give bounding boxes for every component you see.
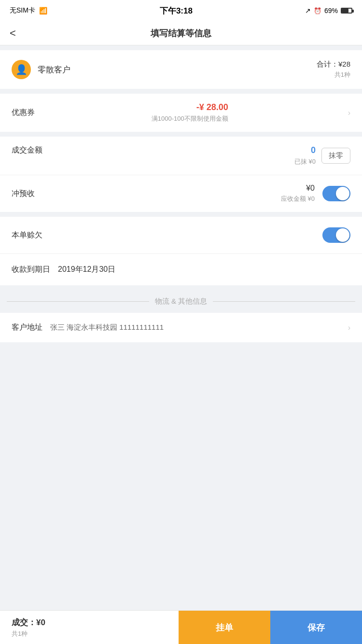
prepay-row: 冲预收 ¥0 应收金额 ¥0 (0, 175, 362, 212)
customer-right: 合计：¥28 共1种 (317, 60, 350, 79)
debt-toggle[interactable] (322, 227, 350, 243)
round-button[interactable]: 抹零 (321, 148, 350, 164)
customer-left: 👤 零散客户 (12, 60, 70, 79)
coupon-desc: 满1000-100不限制使用金额 (152, 114, 228, 123)
customer-row: 👤 零散客户 合计：¥28 共1种 (0, 50, 362, 89)
prepay-sub: 应收金额 ¥0 (281, 195, 315, 203)
bottom-deal-amount: ¥0 (36, 618, 45, 627)
logistics-header: 物流 & 其他信息 (0, 290, 362, 313)
bottom-bar: 成交：¥0 共1种 挂单 保存 (0, 610, 362, 644)
due-date-label: 收款到期日 (12, 265, 50, 275)
location-icon: ↗ (305, 7, 311, 14)
transaction-input[interactable] (287, 145, 316, 155)
address-value: 张三 海淀永丰科技园 11111111111 (50, 323, 340, 332)
coupon-right: -¥ 28.00 满1000-100不限制使用金额 (152, 102, 228, 123)
address-label: 客户地址 (12, 322, 42, 333)
transaction-card: 成交金额 已抹 ¥0 抹零 冲预收 ¥0 应收金额 ¥0 (0, 137, 362, 212)
customer-card: 👤 零散客户 合计：¥28 共1种 (0, 50, 362, 89)
transaction-sub: 已抹 ¥0 (287, 157, 316, 166)
address-row[interactable]: 客户地址 张三 海淀永丰科技园 11111111111 › (0, 313, 362, 342)
chevron-right-icon: › (348, 109, 350, 117)
address-card[interactable]: 客户地址 张三 海淀永丰科技园 11111111111 › (0, 313, 362, 342)
prepay-value: ¥0 (281, 184, 315, 193)
due-date-row: 收款到期日 2019年12月30日 (0, 254, 362, 285)
total-count: 共1种 (317, 70, 350, 79)
hang-button[interactable]: 挂单 (179, 611, 270, 644)
logistics-label: 物流 & 其他信息 (155, 297, 207, 306)
transaction-right: 已抹 ¥0 抹零 (287, 145, 350, 166)
prepay-toggle[interactable] (322, 186, 350, 201)
prepay-right: ¥0 应收金额 ¥0 (281, 184, 350, 203)
prepay-label: 冲预收 (12, 189, 35, 199)
transaction-label: 成交金额 (12, 145, 42, 155)
bottom-count: 共1种 (12, 630, 167, 638)
coupon-amount: -¥ 28.00 (152, 102, 228, 112)
wifi-icon: 📶 (39, 7, 47, 14)
status-time: 下午3:18 (160, 5, 193, 16)
chevron-right-icon: › (348, 323, 350, 332)
page-title: 填写结算等信息 (151, 28, 211, 39)
coupon-label: 优惠券 (12, 108, 35, 118)
bottom-deal-prefix: 成交： (12, 618, 36, 627)
debt-label: 本单赊欠 (12, 230, 42, 240)
due-date-value: 2019年12月30日 (58, 265, 115, 275)
bottom-deal: 成交：¥0 (12, 617, 167, 628)
coupon-row[interactable]: 优惠券 -¥ 28.00 满1000-100不限制使用金额 › (0, 94, 362, 132)
transaction-row: 成交金额 已抹 ¥0 抹零 (0, 137, 362, 175)
total-amount: 合计：¥28 (317, 60, 350, 69)
battery-percent: 69% (324, 7, 338, 14)
bottom-info: 成交：¥0 共1种 (0, 617, 179, 638)
customer-name: 零散客户 (38, 64, 70, 75)
debt-row: 本单赊欠 (0, 217, 362, 253)
back-button[interactable]: < (10, 27, 16, 40)
debt-card: 本单赊欠 收款到期日 2019年12月30日 (0, 217, 362, 285)
status-bar: 无SIM卡 📶 下午3:18 ↗ ⏰ 69% (0, 0, 362, 21)
alarm-icon: ⏰ (314, 7, 321, 14)
network-label: 无SIM卡 (10, 6, 35, 15)
coupon-card[interactable]: 优惠券 -¥ 28.00 满1000-100不限制使用金额 › (0, 94, 362, 132)
status-right: ↗ ⏰ 69% (305, 7, 352, 14)
save-button[interactable]: 保存 (270, 611, 362, 644)
battery-icon (341, 8, 352, 14)
content: 👤 零散客户 合计：¥28 共1种 优惠券 -¥ 28.00 满1000-100… (0, 50, 362, 386)
nav-bar: < 填写结算等信息 (0, 21, 362, 45)
status-left: 无SIM卡 📶 (10, 6, 47, 15)
avatar: 👤 (12, 60, 31, 79)
